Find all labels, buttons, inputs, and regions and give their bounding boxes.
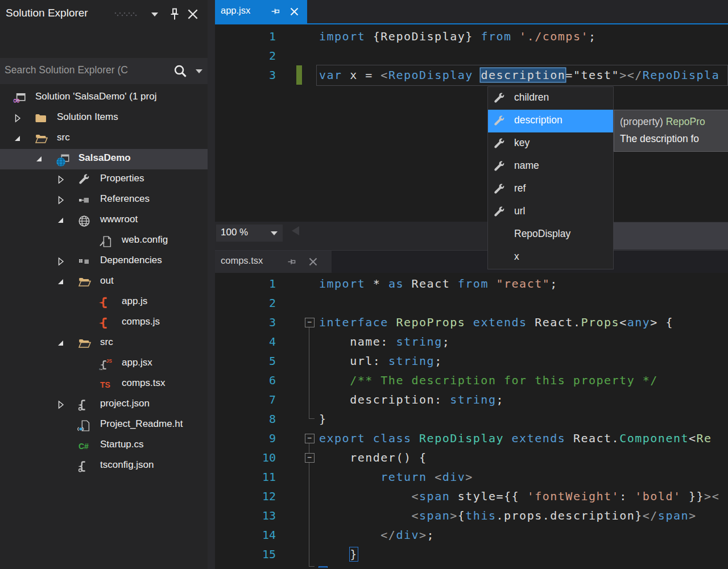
completion-item-label: url	[514, 205, 525, 217]
expander-expanded-icon[interactable]	[13, 134, 23, 144]
line-number: 16	[215, 564, 276, 568]
search-icon[interactable]	[172, 63, 188, 79]
drag-grip-icon	[114, 11, 143, 17]
config-page-icon	[99, 235, 112, 248]
tree-item-project-json[interactable]: project.json	[0, 394, 208, 415]
folder-closed-icon	[34, 112, 48, 124]
tree-item-startup-cs[interactable]: C#Startup.cs	[0, 435, 208, 456]
tree-item-web-config[interactable]: web.config	[0, 231, 208, 251]
expander-expanded-icon[interactable]	[56, 277, 66, 287]
tab-close-icon[interactable]	[308, 256, 318, 267]
svg-text:∞: ∞	[13, 95, 20, 105]
wrench-icon	[493, 160, 505, 173]
expander-collapsed-icon[interactable]	[56, 195, 66, 205]
line-number: 1	[215, 27, 276, 46]
code-line-7: 7 description: string;	[215, 390, 728, 409]
solution-tree[interactable]: ∞Solution 'SalsaDemo' (1 projSolution It…	[0, 88, 208, 476]
solution-explorer-panel: Solution Explorer	[0, 0, 208, 569]
code-line-12: 12 <span style={{ 'fontWeight': 'bold' }…	[215, 487, 728, 506]
completion-item-ref[interactable]: ref	[488, 178, 613, 201]
tree-item-salsademo[interactable]: SalsaDemo	[0, 149, 208, 169]
tab-comps-tsx[interactable]: comps.tsx	[215, 251, 332, 273]
tree-item-references[interactable]: References	[0, 190, 208, 210]
tree-item-src[interactable]: src	[0, 333, 208, 354]
svg-text:C#: C#	[78, 442, 89, 451]
search-options-chevron-icon[interactable]	[196, 69, 202, 73]
tree-item-label: app.js	[122, 296, 147, 307]
tree-item-solution-salsademo-1-proj[interactable]: ∞Solution 'SalsaDemo' (1 proj	[0, 88, 208, 108]
js-file-icon	[99, 296, 112, 310]
completion-item-description[interactable]: description	[488, 110, 613, 132]
completion-item-name[interactable]: name	[488, 155, 613, 178]
fold-collapse-icon[interactable]: −	[305, 318, 315, 327]
window-menu-chevron-icon[interactable]	[151, 13, 158, 16]
search-input[interactable]: Search Solution Explorer (C	[5, 64, 172, 76]
tree-item-solution-items[interactable]: Solution Items	[0, 108, 208, 128]
tree-item-tsconfig-json[interactable]: tsconfig.json	[0, 456, 208, 476]
expander-expanded-icon[interactable]	[56, 338, 66, 348]
wrench-icon	[493, 92, 505, 105]
tree-item-label: SalsaDemo	[78, 152, 131, 164]
line-number: 12	[215, 487, 276, 506]
project-globe-icon	[56, 153, 70, 167]
line-number: 15	[215, 545, 276, 564]
tab-close-icon[interactable]	[289, 6, 300, 17]
tab-pin-icon[interactable]	[270, 6, 281, 17]
tree-item-comps-js[interactable]: comps.js	[0, 313, 208, 333]
tree-item-src[interactable]: src	[0, 128, 208, 149]
expander-collapsed-icon[interactable]	[56, 256, 66, 267]
solution-icon: ∞	[13, 92, 26, 105]
completion-item-url[interactable]: url	[488, 201, 613, 223]
code-editor-comps-tsx[interactable]: 1import * as React from "react";23−inter…	[215, 273, 728, 568]
solution-explorer-search[interactable]: Search Solution Explorer (C	[0, 58, 208, 84]
tree-item-app-js[interactable]: app.js	[0, 292, 208, 313]
hscroll-left-arrow[interactable]	[292, 226, 299, 235]
completion-item-label: name	[514, 160, 539, 172]
panel-splitter[interactable]	[208, 0, 215, 569]
code-line-2: 2	[215, 46, 728, 65]
line-number: 2	[215, 293, 276, 313]
tree-item-dependencies[interactable]: Dependencies	[0, 251, 208, 272]
tree-item-label: Solution 'SalsaDemo' (1 proj	[35, 91, 156, 102]
line-number: 5	[215, 351, 276, 371]
zoom-level-select[interactable]: 100 %	[216, 225, 283, 242]
expander-expanded-icon[interactable]	[56, 215, 66, 226]
wrench-icon	[493, 206, 505, 218]
code-line-15: 15 }	[215, 545, 728, 564]
tree-item-label: src	[57, 132, 70, 143]
tree-item-project-readme-ht[interactable]: Project_Readme.ht	[0, 415, 208, 435]
fold-collapse-icon[interactable]: −	[305, 434, 315, 443]
completion-item-label: ref	[514, 182, 526, 194]
wrench-icon	[493, 115, 505, 127]
json-file-icon	[77, 460, 90, 474]
tree-item-wwwroot[interactable]: wwwroot	[0, 210, 208, 231]
code-line-6: 6 /** The description for this property …	[215, 371, 728, 390]
change-tracking-bar	[296, 65, 302, 85]
tree-item-app-jsx[interactable]: JS‹•›app.jsx	[0, 354, 208, 374]
dependencies-icon	[77, 255, 91, 268]
pin-icon[interactable]	[167, 7, 182, 22]
expander-collapsed-icon[interactable]	[56, 175, 66, 185]
completion-item-key[interactable]: key	[488, 132, 613, 155]
line-number: 9	[215, 429, 276, 448]
completion-item-repodisplay[interactable]: RepoDisplay	[488, 223, 613, 246]
tab-pin-icon[interactable]	[286, 256, 297, 267]
code-line-13: 13 <span>{this.props.description}</span>	[215, 506, 728, 525]
cs-file-icon: C#	[77, 439, 91, 452]
completion-item-x[interactable]: x	[488, 246, 613, 269]
tree-item-out[interactable]: out	[0, 272, 208, 292]
tree-item-comps-tsx[interactable]: TScomps.tsx	[0, 374, 208, 394]
fold-collapse-icon[interactable]: −	[305, 453, 315, 463]
completion-item-label: description	[514, 114, 562, 126]
wrench-icon	[493, 183, 505, 196]
tab-app-jsx[interactable]: app.jsx	[215, 0, 307, 23]
expander-expanded-icon[interactable]	[34, 154, 44, 164]
close-icon[interactable]	[186, 7, 200, 21]
tree-item-properties[interactable]: Properties	[0, 169, 208, 190]
tooltip-signature: (property) RepoPro	[620, 113, 728, 130]
zoom-level-value: 100 %	[221, 227, 248, 238]
expander-collapsed-icon[interactable]	[13, 113, 23, 123]
expander-collapsed-icon[interactable]	[56, 400, 66, 410]
completion-item-children[interactable]: children	[488, 87, 613, 110]
completion-item-label: x	[514, 251, 519, 263]
